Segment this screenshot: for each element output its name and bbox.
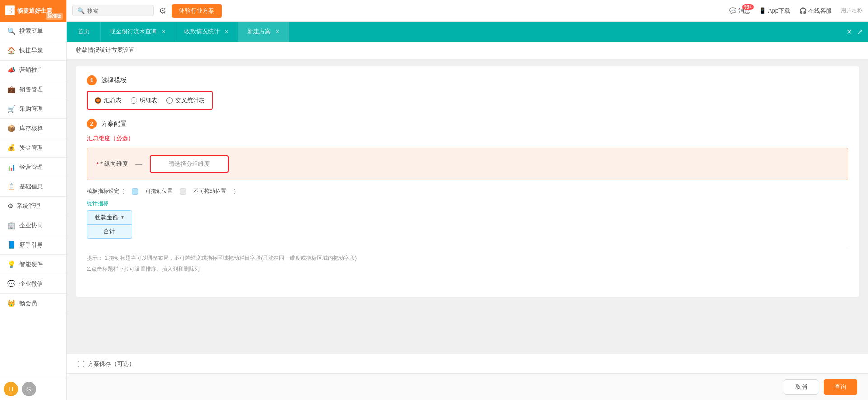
notif-badge: 99+ xyxy=(742,4,754,10)
metrics-section: 模板指标设定（ 可拖动位置 不可拖动位置 ） 统计指标 收款金额 xyxy=(87,188,848,239)
nav-tabs-controls: ✕ ⤢ xyxy=(846,28,868,36)
dimension-select-button[interactable]: 请选择分组维度 xyxy=(150,155,229,173)
radio-cross-input[interactable] xyxy=(166,97,173,104)
save-section: 方案保存（可选） xyxy=(67,354,868,373)
sidebar-item-collab[interactable]: 🏢 企业协同 xyxy=(0,216,66,235)
step2-number: 2 xyxy=(87,119,97,129)
sidebar-item-inventory[interactable]: 📦 库存核算 xyxy=(0,119,66,138)
tips-section: 提示： 1.拖动标题栏可以调整布局，不可跨维度或指标区域拖动栏目字段(只能在同一… xyxy=(87,248,848,279)
metrics-hint: 模板指标设定（ 可拖动位置 不可拖动位置 ） xyxy=(87,188,848,195)
service-icon: 🎧 xyxy=(799,7,807,14)
sidebar-item-purchase[interactable]: 🛒 采购管理 xyxy=(0,99,66,119)
close-tab-bank-flow[interactable]: ✕ xyxy=(161,28,166,35)
sidebar-item-management[interactable]: 📊 经营管理 xyxy=(0,158,66,177)
step1-title: 选择模板 xyxy=(101,76,127,85)
draggable-indicator xyxy=(132,188,138,195)
radio-summary[interactable]: 汇总表 xyxy=(95,96,122,104)
radio-cross[interactable]: 交叉统计表 xyxy=(166,96,205,104)
metrics-item-receipts[interactable]: 收款金额 ▾ 合计 xyxy=(87,210,132,239)
service-item[interactable]: 🎧 在线客服 xyxy=(799,7,832,15)
sidebar-item-sales[interactable]: 💼 销售管理 xyxy=(0,80,66,99)
maximize-window-icon[interactable]: ⤢ xyxy=(857,28,863,36)
radio-detail-input[interactable] xyxy=(131,97,137,104)
radio-detail[interactable]: 明细表 xyxy=(131,96,157,104)
sidebar-item-guide[interactable]: 📘 新手引导 xyxy=(0,235,66,255)
dimension-row: * * 纵向维度 — 请选择分组维度 xyxy=(96,155,839,173)
gear-icon[interactable]: ⚙ xyxy=(159,6,166,16)
metrics-item-header[interactable]: 收款金额 ▾ xyxy=(87,211,132,225)
required-star: * xyxy=(96,161,99,168)
draggable-label: 可拖动位置 xyxy=(146,188,173,195)
metrics-table-header: 统计指标 xyxy=(87,200,848,207)
inventory-icon: 📦 xyxy=(7,124,16,132)
topbar: 🔍 ⚙ 体验行业方案 💬 消息 99+ 📱 App下载 🎧 在线客服 用户名称 xyxy=(67,0,868,22)
save-checkbox[interactable] xyxy=(78,361,84,367)
save-label: 方案保存（可选） xyxy=(88,360,135,368)
footer-bar: 取消 查询 xyxy=(67,373,868,400)
content-area: 收款情况统计方案设置 1 选择模板 汇总表 xyxy=(67,42,868,400)
sidebar-logo: 🅱 畅捷通好生意 标准版 xyxy=(0,0,66,22)
logo-icon: 🅱 xyxy=(5,6,14,16)
sidebar-item-basic[interactable]: 📋 基础信息 xyxy=(0,177,66,197)
industry-button[interactable]: 体验行业方案 xyxy=(172,4,222,18)
page-body: 1 选择模板 汇总表 明细表 xyxy=(67,59,868,354)
step1-number: 1 xyxy=(87,75,97,85)
tab-receipts[interactable]: 收款情况统计 ✕ xyxy=(175,22,238,42)
settings-avatar[interactable]: S xyxy=(22,382,36,396)
tab-new-plan[interactable]: 新建方案 ✕ xyxy=(238,22,289,42)
sidebar-item-nav[interactable]: 🏠 快捷导航 xyxy=(0,41,66,61)
sidebar-item-hardware[interactable]: 💡 智能硬件 xyxy=(0,255,66,274)
basic-icon: 📋 xyxy=(7,183,16,191)
close-window-icon[interactable]: ✕ xyxy=(846,28,852,36)
cancel-button[interactable]: 取消 xyxy=(784,379,818,395)
notification-item[interactable]: 💬 消息 99+ xyxy=(729,7,750,15)
topbar-right: 💬 消息 99+ 📱 App下载 🎧 在线客服 用户名称 xyxy=(729,7,863,15)
guide-icon: 📘 xyxy=(7,241,16,249)
metrics-label-text: 模板指标设定（ xyxy=(87,188,125,195)
dimension-arrow-icon: — xyxy=(135,160,142,168)
vertical-dimension-label: * * 纵向维度 xyxy=(96,160,128,168)
radio-summary-input[interactable] xyxy=(95,97,101,104)
search-input[interactable] xyxy=(87,8,151,14)
home-icon: 🏠 xyxy=(7,47,16,55)
search-bar[interactable]: 🔍 xyxy=(72,5,154,16)
step2-label: 2 方案配置 xyxy=(87,119,848,129)
finance-icon: 💰 xyxy=(7,144,16,152)
member-icon: 👑 xyxy=(7,299,16,307)
search-icon: 🔍 xyxy=(7,27,16,35)
sales-icon: 💼 xyxy=(7,85,16,94)
sidebar-item-system[interactable]: ⚙ 系统管理 xyxy=(0,197,66,216)
close-tab-receipts[interactable]: ✕ xyxy=(224,28,229,35)
tab-bank-flow[interactable]: 现金银行流水查询 ✕ xyxy=(101,22,175,42)
close-tab-new-plan[interactable]: ✕ xyxy=(275,28,280,35)
download-item[interactable]: 📱 App下载 xyxy=(759,7,790,15)
version-badge: 标准版 xyxy=(46,13,63,20)
not-draggable-label: 不可拖动位置 xyxy=(193,188,226,195)
step2-section: 2 方案配置 汇总维度（必选） * * 纵向维度 xyxy=(87,119,848,279)
chevron-down-icon: ▾ xyxy=(121,214,124,221)
sidebar-bottom: U S xyxy=(0,378,66,400)
page-title: 收款情况统计方案设置 xyxy=(76,47,135,53)
sidebar-item-finance[interactable]: 💰 资金管理 xyxy=(0,138,66,158)
sidebar-item-wechat[interactable]: 💬 企业微信 xyxy=(0,274,66,294)
query-button[interactable]: 查询 xyxy=(824,379,857,395)
sidebar-item-marketing[interactable]: 📣 营销推广 xyxy=(0,61,66,80)
tab-home[interactable]: 首页 xyxy=(67,22,101,42)
sidebar-item-search[interactable]: 🔍 搜索菜单 xyxy=(0,22,66,41)
step2-title: 方案配置 xyxy=(101,120,127,128)
nav-tabs: 首页 现金银行流水查询 ✕ 收款情况统计 ✕ 新建方案 ✕ ✕ ⤢ xyxy=(67,22,868,42)
collab-icon: 🏢 xyxy=(7,221,16,230)
wechat-icon: 💬 xyxy=(7,280,16,288)
tip1: 提示： 1.拖动标题栏可以调整布局，不可跨维度或指标区域拖动栏目字段(只能在同一… xyxy=(87,253,848,264)
metrics-item-body: 合计 xyxy=(87,225,132,238)
page-header: 收款情况统计方案设置 xyxy=(67,42,868,59)
search-icon: 🔍 xyxy=(77,7,85,14)
sidebar-item-member[interactable]: 👑 畅会员 xyxy=(0,294,66,313)
sidebar: 🅱 畅捷通好生意 标准版 🔍 搜索菜单 🏠 快捷导航 📣 营销推广 💼 销售管理… xyxy=(0,0,67,400)
dimension-config: 汇总维度（必选） * * 纵向维度 — 请选择分组维度 xyxy=(87,134,848,180)
not-draggable-indicator xyxy=(180,188,186,195)
hardware-icon: 💡 xyxy=(7,260,16,268)
user-avatar[interactable]: U xyxy=(4,382,18,396)
management-icon: 📊 xyxy=(7,163,16,171)
main-area: 🔍 ⚙ 体验行业方案 💬 消息 99+ 📱 App下载 🎧 在线客服 用户名称 … xyxy=(67,0,868,400)
